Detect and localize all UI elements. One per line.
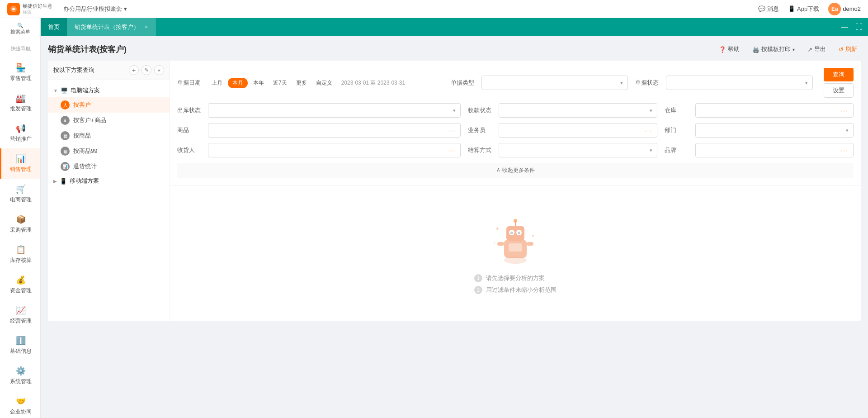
tab-bar: 首页 销货单统计表（按客户） × — ⛶ bbox=[41, 18, 868, 36]
empty-hint-2: 2 用过滤条件来缩小分析范围 bbox=[474, 286, 557, 294]
pc-icon: 🖥️ bbox=[61, 87, 68, 94]
sidebar-search[interactable]: 🔍 搜索菜单 bbox=[0, 18, 40, 40]
receiver-select[interactable]: ··· bbox=[208, 143, 461, 157]
sidebar-item-purchase[interactable]: 📦 采购管理 bbox=[0, 209, 40, 239]
empty-state: ✦ ✦ ✦ 1 请先选择要分析的方案 2 bbox=[170, 185, 861, 321]
action-buttons: 查询 设置 bbox=[824, 68, 854, 98]
inventory-icon: 📋 bbox=[16, 245, 26, 255]
warehouse-col: 仓库 ··· bbox=[665, 103, 854, 118]
refresh-button[interactable]: ↺ 刷新 bbox=[835, 43, 861, 55]
system-icon: ⚙️ bbox=[16, 366, 26, 376]
order-status-select[interactable]: ▾ bbox=[666, 76, 813, 90]
sidebar-item-operation[interactable]: 📈 经营管理 bbox=[0, 300, 40, 330]
empty-hint-1: 1 请先选择要分析的方案 bbox=[474, 274, 557, 282]
tree-item-by-customer-goods[interactable]: ≡ 按客户+商品 bbox=[48, 113, 170, 128]
tab-minimize-icon[interactable]: — bbox=[839, 21, 850, 33]
date-shortcut-this-month[interactable]: 本月 bbox=[228, 78, 248, 88]
tab-home[interactable]: 首页 bbox=[41, 18, 67, 36]
tree-category-mobile[interactable]: ▶ 📱 移动端方案 bbox=[48, 174, 170, 188]
add-scheme-button[interactable]: + bbox=[129, 65, 139, 75]
query-button[interactable]: 查询 bbox=[824, 68, 854, 81]
tree-category-pc[interactable]: ▼ 🖥️ 电脑端方案 bbox=[48, 84, 170, 97]
collapse-up-icon: ∧ bbox=[496, 166, 500, 174]
out-status-arrow: ▾ bbox=[453, 108, 456, 114]
order-type-arrow: ▾ bbox=[620, 80, 623, 86]
export-button[interactable]: ↗ 导出 bbox=[804, 43, 830, 55]
filter-row-2: 出库状态 ▾ 收款状态 bbox=[177, 103, 854, 118]
order-type-select[interactable]: ▾ bbox=[481, 76, 628, 90]
collapse-row[interactable]: ∧ 收起更多条件 bbox=[177, 163, 854, 178]
user-profile[interactable]: Ea demo2 bbox=[828, 3, 861, 15]
svg-text:✦: ✦ bbox=[493, 241, 496, 245]
edit-scheme-button[interactable]: ✎ bbox=[142, 65, 151, 75]
goods-select[interactable]: ··· bbox=[208, 123, 461, 138]
page-header: 销货单统计表(按客户) ❓ 帮助 🖨️ 按模板打印 ▾ ↗ 导出 bbox=[48, 43, 861, 55]
logo-icon bbox=[7, 3, 20, 15]
date-shortcut-more[interactable]: 更多 bbox=[292, 77, 311, 89]
goods-icon: ▦ bbox=[61, 131, 70, 140]
sidebar-item-ecommerce[interactable]: 🛒 电商管理 bbox=[0, 179, 40, 209]
content-area: 首页 销货单统计表（按客户） × — ⛶ 销货单统计表(按客户) ❓ 帮助 bbox=[41, 18, 868, 418]
sidebar-item-finance[interactable]: 💰 资金管理 bbox=[0, 270, 40, 300]
tree-section: ▼ 🖥️ 电脑端方案 人 按客户 ≡ 按客户+商品 bbox=[48, 80, 170, 191]
sidebar-item-wholesale[interactable]: 🏭 批发管理 bbox=[0, 88, 40, 118]
customer-goods-icon: ≡ bbox=[61, 116, 70, 125]
brand-select[interactable]: ··· bbox=[695, 143, 854, 157]
out-status-select[interactable]: ▾ bbox=[208, 103, 461, 118]
user-name: demo2 bbox=[843, 5, 861, 12]
date-shortcut-this-year[interactable]: 本年 bbox=[250, 77, 268, 89]
hint-num-2: 2 bbox=[474, 286, 482, 294]
salesman-select[interactable]: ··· bbox=[499, 123, 657, 138]
message-action[interactable]: 💬 消息 bbox=[758, 5, 779, 13]
help-button[interactable]: ❓ 帮助 bbox=[715, 43, 743, 55]
tree-item-by-goods[interactable]: ▦ 按商品 bbox=[48, 128, 170, 143]
template-print-button[interactable]: 🖨️ 按模板打印 ▾ bbox=[749, 43, 798, 55]
department-select[interactable]: ▾ bbox=[695, 123, 854, 138]
date-shortcut-custom[interactable]: 自定义 bbox=[312, 77, 336, 89]
goods-dots: ··· bbox=[448, 127, 456, 134]
logo-area: 畅捷信好生意 标版 bbox=[7, 3, 52, 15]
app-download-action[interactable]: 📱 App下载 bbox=[788, 5, 819, 13]
left-panel-actions: + ✎ « bbox=[129, 65, 164, 75]
tab-close-icon[interactable]: × bbox=[145, 24, 148, 30]
settlement-select[interactable]: ▾ bbox=[499, 143, 657, 157]
tree-item-by-goods-99[interactable]: ▦ 按商品99 bbox=[48, 143, 170, 159]
logo-text: 畅捷信好生意 标版 bbox=[23, 3, 52, 15]
enterprise-icon: 🤝 bbox=[16, 396, 26, 406]
tab-maximize-icon[interactable]: ⛶ bbox=[854, 21, 864, 33]
warehouse-dots: ··· bbox=[841, 107, 849, 114]
workspace-selector[interactable]: 办公用品行业模拟账套 ▾ bbox=[63, 5, 127, 13]
sidebar-item-system[interactable]: ⚙️ 系统管理 bbox=[0, 361, 40, 391]
tree-item-return-stat[interactable]: 📊 退货统计 bbox=[48, 159, 170, 174]
sidebar-item-inventory[interactable]: 📋 库存核算 bbox=[0, 239, 40, 270]
out-status-col: 出库状态 ▾ bbox=[177, 103, 461, 118]
split-content: 按以下方案查询 + ✎ « bbox=[48, 61, 861, 321]
top-header: 畅捷信好生意 标版 办公用品行业模拟账套 ▾ 💬 消息 📱 App下载 Ea d… bbox=[0, 0, 868, 18]
settings-button[interactable]: 设置 bbox=[824, 83, 854, 98]
left-panel-title: 按以下方案查询 bbox=[53, 66, 94, 74]
warehouse-select[interactable]: ··· bbox=[695, 103, 854, 118]
tab-sales-stat[interactable]: 销货单统计表（按客户） × bbox=[67, 18, 156, 36]
department-arrow: ▾ bbox=[846, 128, 849, 133]
export-icon: ↗ bbox=[807, 46, 812, 53]
filter-row-1: 单据日期 上月 本月 本年 近7天 更多 自定义 2023-03-01 至 20… bbox=[177, 68, 854, 98]
mobile-expand-icon: ▶ bbox=[53, 179, 57, 184]
date-shortcut-last-month[interactable]: 上月 bbox=[208, 77, 226, 89]
brand-label: 品牌 bbox=[665, 146, 692, 154]
sidebar-item-enterprise[interactable]: 🤝 企业协同 bbox=[0, 391, 40, 418]
basic-icon: ℹ️ bbox=[16, 336, 26, 346]
sidebar-item-basic[interactable]: ℹ️ 基础信息 bbox=[0, 330, 40, 361]
finance-icon: 💰 bbox=[16, 275, 26, 285]
sidebar-item-sales[interactable]: 📊 销售管理 bbox=[0, 148, 40, 179]
collapse-panel-button[interactable]: « bbox=[154, 65, 164, 75]
date-shortcut-7days[interactable]: 近7天 bbox=[269, 77, 291, 89]
marketing-icon: 📢 bbox=[16, 124, 26, 133]
receipt-status-select[interactable]: ▾ bbox=[499, 103, 657, 118]
date-shortcuts: 上月 本月 本年 近7天 更多 自定义 2023-03-01 至 2023-03… bbox=[208, 77, 405, 89]
tree-item-by-customer[interactable]: 人 按客户 bbox=[48, 97, 170, 113]
salesman-label: 业务员 bbox=[468, 126, 495, 134]
sidebar-item-retail[interactable]: 🏪 零售管理 bbox=[0, 57, 40, 88]
category-expand-icon: ▼ bbox=[53, 88, 58, 93]
main-panel: 按以下方案查询 + ✎ « bbox=[48, 61, 861, 321]
sidebar-item-marketing[interactable]: 📢 营销推广 bbox=[0, 118, 40, 148]
